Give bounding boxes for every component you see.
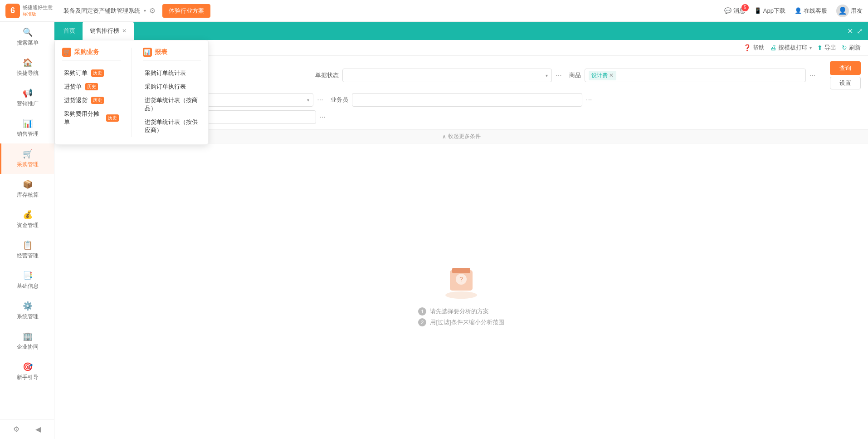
guide-icon: 🎯 xyxy=(23,362,33,372)
history-badge: 历史 xyxy=(106,114,119,122)
action-buttons: 查询 设置 xyxy=(830,61,861,89)
doc-status-filter-item: 单据状态 ▾ ··· xyxy=(315,69,561,82)
user-profile-button[interactable]: 👤 用友 xyxy=(836,5,863,17)
phone-icon: 📱 xyxy=(754,7,761,14)
settings-btn[interactable]: 设置 xyxy=(830,77,861,89)
print-arrow[interactable]: ▾ xyxy=(809,45,812,50)
doc-status-more-dots[interactable]: ··· xyxy=(556,71,561,79)
dropdown-col-title-purchase: 🛒 采购业务 xyxy=(62,48,121,61)
dropdown-col2-title: 报表 xyxy=(155,48,167,56)
dropdown-item-purchase-expense[interactable]: 采购费用分摊单 历史 xyxy=(62,107,121,129)
sidebar-item-label: 搜索菜单 xyxy=(17,39,39,47)
sidebar-item-operations[interactable]: 📋 经营管理 xyxy=(0,235,54,265)
sidebar-settings-button[interactable]: ⚙ xyxy=(13,425,20,434)
collapse-label: 收起更多条件 xyxy=(448,133,481,140)
goods-input[interactable]: 设计费 ✕ xyxy=(585,69,806,82)
customer-more-dots[interactable]: ··· xyxy=(320,113,326,121)
svg-point-0 xyxy=(445,291,477,299)
settings-icon: ⚙️ xyxy=(23,301,33,311)
print-button[interactable]: 🖨 按模板打印 ▾ xyxy=(770,44,812,52)
sidebar-item-label: 资金管理 xyxy=(17,222,39,229)
empty-illustration: ? xyxy=(439,256,484,302)
dropdown-item-inbound-stats-supplier[interactable]: 进货单统计表（按供应商） xyxy=(143,115,201,137)
sidebar-item-label: 企业协同 xyxy=(17,343,39,351)
industry-button[interactable]: 体验行业方案 xyxy=(162,4,210,18)
goods-label: 商品 xyxy=(569,71,581,79)
dropdown-item-inbound[interactable]: 进货单 历史 xyxy=(62,80,121,94)
step-num-2: 2 xyxy=(418,318,426,326)
sidebar-item-enterprise[interactable]: 🏢 企业协同 xyxy=(0,326,54,356)
dropdown-item-label: 采购订单执行表 xyxy=(145,83,186,91)
history-badge: 历史 xyxy=(91,97,104,104)
refresh-button[interactable]: ↻ 刷新 xyxy=(842,44,861,52)
svg-text:?: ? xyxy=(459,276,463,283)
goods-tag-remove[interactable]: ✕ xyxy=(609,72,614,79)
dropdown-item-inbound-return[interactable]: 进货退货 历史 xyxy=(62,94,121,107)
sidebar-item-basic-info[interactable]: 📑 基础信息 xyxy=(0,265,54,296)
dropdown-item-purchase-order[interactable]: 采购订单 历史 xyxy=(62,66,121,80)
svg-rect-2 xyxy=(452,268,470,273)
logo-tag: 标准版 xyxy=(23,11,53,17)
empty-state: ? 1 请先选择要分析的方案 2 用[过滤]条件来缩小分析范围 xyxy=(54,143,868,439)
tab-close-all-button[interactable]: ✕ xyxy=(847,27,853,35)
goods-more-dots[interactable]: ··· xyxy=(809,71,815,79)
sidebar-item-search[interactable]: 🔍 搜索菜单 xyxy=(0,22,54,52)
rank-more-dots[interactable]: ··· xyxy=(317,96,323,104)
online-service-button[interactable]: 👤 在线客服 xyxy=(795,7,827,15)
dropdown-col1-title: 采购业务 xyxy=(74,48,99,56)
sidebar-item-label: 库存核算 xyxy=(17,191,39,199)
sidebar-item-system[interactable]: ⚙️ 系统管理 xyxy=(0,296,54,326)
system-title-text: 装备及固定资产辅助管理系统 xyxy=(63,7,140,15)
empty-hint-1: 请先选择要分析的方案 xyxy=(430,307,489,316)
sidebar-item-label: 经营管理 xyxy=(17,252,39,260)
sidebar-item-inventory[interactable]: 📦 库存核算 xyxy=(0,174,54,204)
tab-sales-ranking[interactable]: 销售排行榜 ✕ xyxy=(83,22,134,40)
salesperson-label: 业务员 xyxy=(331,96,348,104)
sidebar-collapse-button[interactable]: ◀ xyxy=(35,425,41,434)
goods-tag: 设计费 ✕ xyxy=(589,71,616,80)
header-right: 💬 消息 5 📱 App下载 👤 在线客服 👤 用友 xyxy=(724,5,863,17)
help-button[interactable]: ❓ 帮助 xyxy=(743,44,765,52)
sidebar-item-finance[interactable]: 💰 资金管理 xyxy=(0,204,54,235)
sidebar-item-label: 采购管理 xyxy=(17,161,39,168)
tab-close-button[interactable]: ✕ xyxy=(122,28,127,34)
tab-home[interactable]: 首页 xyxy=(56,22,83,40)
sidebar-item-label: 新手引导 xyxy=(17,374,39,381)
notification-button[interactable]: 💬 消息 5 xyxy=(724,7,745,15)
dropdown-item-purchase-order-exec[interactable]: 采购订单执行表 xyxy=(143,80,201,94)
sidebar-item-purchase[interactable]: 🛒 采购管理 xyxy=(0,143,54,174)
message-icon: 💬 xyxy=(724,7,731,14)
sidebar-item-label: 基础信息 xyxy=(17,282,39,290)
sidebar-item-quick-nav[interactable]: 🏠 快捷导航 xyxy=(0,52,54,83)
app-download-button[interactable]: 📱 App下载 xyxy=(754,7,785,15)
sidebar-item-guide[interactable]: 🎯 新手引导 xyxy=(0,356,54,387)
avatar: 👤 xyxy=(836,5,849,17)
dropdown-item-purchase-order-stats[interactable]: 采购订单统计表 xyxy=(143,66,201,80)
box-icon: 📦 xyxy=(23,179,33,189)
gear-button[interactable]: ⚙ xyxy=(146,5,159,17)
help-icon: ❓ xyxy=(743,44,751,51)
sidebar-item-marketing[interactable]: 📢 营销推广 xyxy=(0,83,54,113)
search-icon: 🔍 xyxy=(23,27,33,37)
sidebar-item-sales[interactable]: 📊 销售管理 xyxy=(0,113,54,143)
empty-step-1: 1 请先选择要分析的方案 xyxy=(418,307,504,316)
salesperson-input[interactable] xyxy=(352,93,582,107)
export-icon: ⬆ xyxy=(817,44,823,51)
logo-subtitle: 畅捷通好生意 xyxy=(23,4,53,10)
query-button[interactable]: 查询 xyxy=(830,61,861,75)
tab-bar-right: ✕ ⤢ xyxy=(847,27,866,35)
goods-filter-item: 商品 设计费 ✕ ··· xyxy=(569,69,815,82)
salesperson-more-dots[interactable]: ··· xyxy=(586,96,592,104)
export-button[interactable]: ⬆ 导出 xyxy=(817,44,836,52)
logo-text-block: 畅捷通好生意 标准版 xyxy=(23,4,53,17)
sidebar-item-label: 销售管理 xyxy=(17,130,39,138)
doc-status-label: 单据状态 xyxy=(315,71,339,79)
print-label: 按模板打印 xyxy=(778,44,808,52)
dropdown-item-inbound-stats-goods[interactable]: 进货单统计表（按商品） xyxy=(143,94,201,115)
sidebar: 🔍 搜索菜单 🏠 快捷导航 📢 营销推广 📊 销售管理 🛒 采购管理 📦 库存核… xyxy=(0,22,54,439)
tab-maximize-button[interactable]: ⤢ xyxy=(857,27,863,35)
doc-status-select[interactable]: ▾ xyxy=(342,69,552,82)
empty-hint-2: 用[过滤]条件来缩小分析范围 xyxy=(430,318,504,326)
tab-sales-ranking-label: 销售排行榜 xyxy=(90,27,119,35)
home-icon: 🏠 xyxy=(23,58,33,68)
